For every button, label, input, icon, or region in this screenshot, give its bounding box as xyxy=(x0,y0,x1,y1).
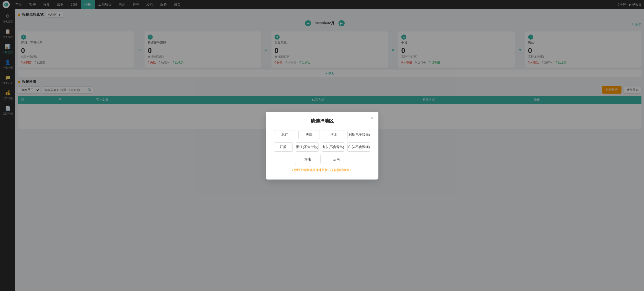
region-hebei[interactable]: 河北 xyxy=(323,130,344,139)
region-shanghai[interactable]: 上海(电子税局) xyxy=(347,130,370,139)
warning-icon: ℹ xyxy=(292,168,293,172)
modal-overlay: ✕ 请选择地区 北京 天津 河北 上海(电子税局) 江苏 浙江(不含宁波) 山东… xyxy=(0,0,644,291)
region-hainan[interactable]: 海南 xyxy=(295,155,321,164)
region-beijing[interactable]: 北京 xyxy=(274,130,296,139)
modal-close-btn[interactable]: ✕ xyxy=(370,115,374,121)
region-shandong[interactable]: 山东(不含青岛) xyxy=(322,142,344,152)
region-grid-row3: 海南 云南 xyxy=(274,155,370,164)
region-yunnan[interactable]: 云南 xyxy=(324,155,349,164)
region-zhejiang[interactable]: 浙江(不含宁波) xyxy=(296,142,319,152)
modal-warning: ℹ 除以上地区外其他地区暂不支持报税检查！ xyxy=(274,168,370,172)
region-jiangsu[interactable]: 江苏 xyxy=(274,142,293,152)
region-modal: ✕ 请选择地区 北京 天津 河北 上海(电子税局) 江苏 浙江(不含宁波) 山东… xyxy=(266,112,378,180)
warning-text: 除以上地区外其他地区暂不支持报税检查！ xyxy=(294,168,352,172)
region-grid-row1: 北京 天津 河北 上海(电子税局) xyxy=(274,130,370,139)
region-guangdong[interactable]: 广东(不含深圳) xyxy=(347,142,370,152)
region-grid-row2: 江苏 浙江(不含宁波) 山东(不含青岛) 广东(不含深圳) xyxy=(274,142,370,152)
region-tianjin[interactable]: 天津 xyxy=(298,130,320,139)
modal-title: 请选择地区 xyxy=(274,118,370,124)
